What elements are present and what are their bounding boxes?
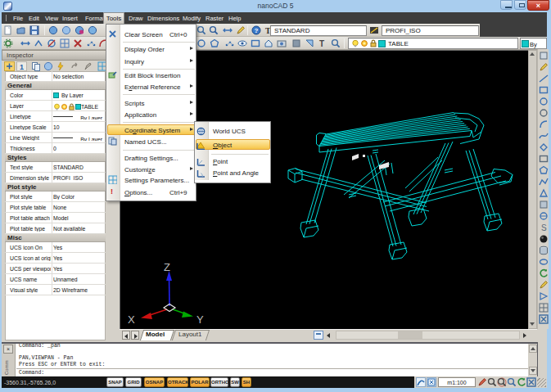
svg-text:S: S (541, 223, 547, 232)
svg-text:X: X (128, 313, 135, 326)
svg-text:Y: Y (196, 313, 204, 326)
svg-text:?: ? (255, 27, 259, 34)
svg-text:1: 1 (20, 63, 24, 71)
svg-text:T: T (319, 39, 324, 48)
svg-text:Z: Z (164, 261, 170, 273)
